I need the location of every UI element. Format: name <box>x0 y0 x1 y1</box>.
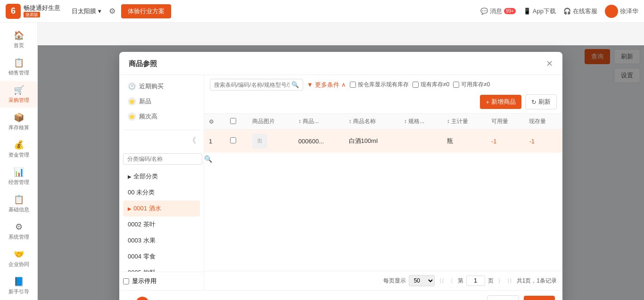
more-filters-button[interactable]: ▼ 更多条件 ∧ <box>307 81 346 89</box>
per-page-select[interactable]: 50 100 200 <box>409 275 435 286</box>
confirm-button[interactable]: 确定 <box>524 296 555 300</box>
user-item[interactable]: 徐泽华 <box>605 5 638 18</box>
recent-icon: 🕐 <box>128 82 136 91</box>
product-search-input[interactable] <box>214 82 289 88</box>
sidebar-item-sales[interactable]: 📋 销售管理 <box>0 54 37 80</box>
modal-footer: ? 🛒 连续选择的商品 0 ∧ 取消 确定 <box>119 290 562 300</box>
cat-item-0005[interactable]: 0005 饮料 <box>123 265 200 272</box>
arrow-icon: ▶ <box>128 174 132 179</box>
available-nonzero-checkbox-label[interactable]: 可用库存≠0 <box>453 81 490 89</box>
quick-nav-frequent[interactable]: ⭐ 频次高 <box>123 109 200 124</box>
pagination: 每页显示 50 100 200 ⟨⟨ ⟨ 第 页 ⟩ ⟩⟩ 共1页，1 <box>204 271 562 290</box>
cat-item-0003[interactable]: 0003 水果 <box>123 233 200 249</box>
sidebar-item-system[interactable]: ⚙ 系统管理 <box>0 218 37 244</box>
next-page-button[interactable]: ⟩ <box>496 276 503 285</box>
inventory-icon: 📦 <box>14 112 24 123</box>
category-search-input[interactable] <box>123 153 202 165</box>
sidebar-item-collab[interactable]: 🤝 企业协同 <box>0 245 37 272</box>
last-page-button[interactable]: ⟩⟩ <box>505 276 514 285</box>
th-code[interactable]: ↕ 商品... <box>294 114 344 130</box>
store-selector[interactable]: 日太阳膜 ▾ <box>68 5 105 17</box>
product-search-icon[interactable]: 🔍 <box>291 81 299 88</box>
sidebar: 🏠 首页 📋 销售管理 🛒 采购管理 📦 库存核算 💰 资金管理 📊 经营管理 … <box>0 23 38 300</box>
system-icon: ⚙ <box>15 222 23 232</box>
th-stock: 现存量 <box>524 114 562 130</box>
modal-title: 商品参照 <box>129 59 157 68</box>
modal-toolbar: 🔍 ▼ 更多条件 ∧ 按仓库显示现有库存 <box>204 75 562 114</box>
online-service-item[interactable]: 🎧 在线客服 <box>563 7 597 16</box>
page-input[interactable] <box>466 275 485 286</box>
prev-page-button[interactable]: ⟨ <box>449 276 455 285</box>
refresh-button[interactable]: ↻ 刷新 <box>525 94 557 109</box>
cart-area: 🛒 连续选择的商品 0 <box>136 297 201 300</box>
row-unit: 瓶 <box>442 130 487 153</box>
basic-icon: 📋 <box>14 194 24 205</box>
cat-item-all[interactable]: ▶全部分类 <box>123 168 200 184</box>
th-name[interactable]: ↕ 商品名称 <box>344 114 399 130</box>
row-checkbox[interactable] <box>230 137 236 143</box>
th-unit[interactable]: ↕ 主计量 <box>442 114 487 130</box>
th-settings[interactable]: ⚙ <box>204 114 225 130</box>
table-header-row: ⚙ 商品图片 ↕ 商品... ↕ 商品名称 ↕ 规格... ↕ 主计量 可用量 … <box>204 114 562 130</box>
select-all-checkbox[interactable] <box>230 118 236 124</box>
filter-icon: ▼ <box>307 81 313 88</box>
logo-icon: 6 <box>6 4 21 19</box>
warehouse-stock-checkbox-label[interactable]: 按仓库显示现有库存 <box>350 81 409 89</box>
available-nonzero-checkbox[interactable] <box>453 82 459 88</box>
online-service-label: 在线客服 <box>573 7 597 16</box>
product-table-body: 1 图 000600... 白酒100ml 瓶 -1 <box>204 130 562 153</box>
headset-icon: 🎧 <box>563 8 571 15</box>
sidebar-item-label: 企业协同 <box>8 261 29 268</box>
add-product-button[interactable]: + 新增商品 <box>480 95 521 109</box>
cart-icon[interactable]: 🛒 <box>136 297 149 300</box>
modal-header: 商品参照 ✕ <box>119 52 562 75</box>
sidebar-item-basic[interactable]: 📋 基础信息 <box>0 191 37 217</box>
stock-nonzero-checkbox-label[interactable]: 现有库存≠0 <box>413 81 449 89</box>
cat-item-0004[interactable]: 0004 零食 <box>123 249 200 265</box>
sidebar-item-label: 销售管理 <box>8 69 29 76</box>
app-download-item[interactable]: 📱 App下载 <box>523 7 556 16</box>
add-product-label: 新增商品 <box>491 98 516 106</box>
sidebar-item-label: 首页 <box>14 42 24 49</box>
row-checkbox-cell[interactable] <box>225 130 248 153</box>
row-available: -1 <box>487 130 525 153</box>
main-area: 查询 刷新 设置 商品参照 ✕ 🕐 近期购买 <box>38 45 644 300</box>
quick-nav-recent[interactable]: 🕐 近期购买 <box>123 79 200 94</box>
cat-item-0001[interactable]: ▶0001 酒水 <box>123 200 200 217</box>
new-label: 新品 <box>139 97 151 106</box>
sidebar-item-home[interactable]: 🏠 首页 <box>0 26 37 53</box>
notif-badge: 99+ <box>504 8 516 14</box>
stock-nonzero-label: 现有库存≠0 <box>421 81 449 89</box>
sidebar-item-purchase[interactable]: 🛒 采购管理 <box>0 81 37 108</box>
messages-item[interactable]: 💬 消息 99+ <box>480 7 516 16</box>
left-collapse-button[interactable]: 《 <box>185 134 200 148</box>
modal-close-button[interactable]: ✕ <box>546 58 553 69</box>
settings-icon[interactable]: ⚙ <box>109 7 116 16</box>
warehouse-stock-checkbox[interactable] <box>350 82 356 88</box>
sidebar-item-label: 资金管理 <box>8 151 29 158</box>
per-page-label: 每页显示 <box>383 277 406 285</box>
show-disabled-checkbox[interactable] <box>123 278 129 284</box>
toolbar-right: + 新增商品 ↻ 刷新 <box>480 94 557 109</box>
cat-item-0002[interactable]: 0002 茶叶 <box>123 217 200 233</box>
cancel-button[interactable]: 取消 <box>487 295 519 300</box>
th-checkbox[interactable] <box>225 114 248 130</box>
avatar <box>605 5 618 18</box>
frequent-label: 频次高 <box>139 112 157 121</box>
sidebar-item-finance[interactable]: 💰 资金管理 <box>0 136 37 162</box>
sidebar-item-inventory[interactable]: 📦 库存核算 <box>0 108 37 135</box>
stock-nonzero-checkbox[interactable] <box>413 82 419 88</box>
trial-button[interactable]: 体验行业方案 <box>121 4 171 18</box>
table-row[interactable]: 1 图 000600... 白酒100ml 瓶 -1 <box>204 130 562 153</box>
frequent-icon: ⭐ <box>128 112 136 121</box>
th-spec[interactable]: ↕ 规格... <box>399 114 442 130</box>
brand-name: 畅捷通好生意 <box>24 4 60 12</box>
product-table-wrap: ⚙ 商品图片 ↕ 商品... ↕ 商品名称 ↕ 规格... ↕ 主计量 可用量 … <box>204 114 562 271</box>
cat-item-00[interactable]: 00 未分类 <box>123 184 200 200</box>
sidebar-item-operations[interactable]: 📊 经营管理 <box>0 163 37 190</box>
quick-nav-new[interactable]: ⭐ 新品 <box>123 94 200 109</box>
show-disabled-label: 显示停用 <box>132 277 157 285</box>
first-page-button[interactable]: ⟨⟨ <box>438 276 446 285</box>
finance-icon: 💰 <box>14 140 24 150</box>
sidebar-item-guide[interactable]: 📘 新手引导 <box>0 273 37 299</box>
